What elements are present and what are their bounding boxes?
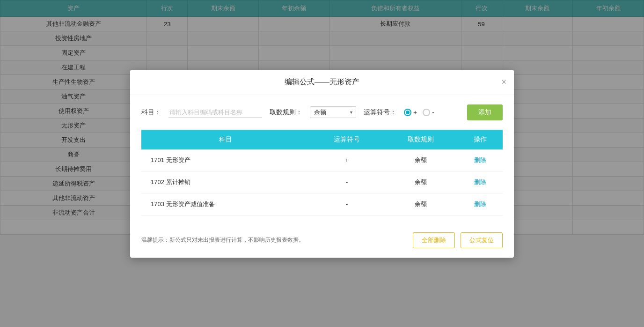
col-action: 操作 (458, 130, 503, 149)
modal-close-button[interactable]: × (501, 78, 506, 86)
form-row: 科目： 取数规则： 余额 借方发生额 贷方发生额 运算符号： + (141, 104, 503, 120)
formula-operator-cell: - (310, 171, 384, 193)
operator-radio-group: + - (404, 109, 434, 116)
footer-buttons: 全部删除 公式复位 (413, 232, 503, 248)
modal-dialog: 编辑公式——无形资产 × 科目： 取数规则： 余额 借方发生额 贷方发生额 运算… (130, 70, 514, 258)
formula-rule-cell: 余额 (384, 149, 458, 171)
rule-select[interactable]: 余额 借方发生额 贷方发生额 (310, 106, 356, 118)
operator-label: 运算符号： (364, 108, 396, 117)
formula-rule-cell: 余额 (384, 193, 458, 215)
operator-minus-radio[interactable] (423, 109, 430, 116)
rule-select-wrap: 余额 借方发生额 贷方发生额 (310, 106, 356, 118)
modal-header: 编辑公式——无形资产 × (130, 70, 514, 95)
delete-row-link[interactable]: 删除 (474, 178, 486, 186)
modal-body: 科目： 取数规则： 余额 借方发生额 贷方发生额 运算符号： + (130, 95, 514, 225)
delete-row-link[interactable]: 删除 (474, 201, 486, 208)
reset-formula-button[interactable]: 公式复位 (461, 232, 503, 248)
footer-tip: 温馨提示：新公式只对未出报表进行计算，不影响历史报表数据。 (141, 236, 304, 244)
formula-subject-cell: 1702 累计摊销 (141, 171, 310, 193)
formula-table-row: 1701 无形资产+余额删除 (141, 149, 503, 171)
modal-overlay: 编辑公式——无形资产 × 科目： 取数规则： 余额 借方发生额 贷方发生额 运算… (0, 0, 644, 327)
formula-action-cell: 删除 (458, 171, 503, 193)
col-subject: 科目 (141, 130, 310, 149)
operator-minus-label: - (432, 109, 434, 116)
formula-action-cell: 删除 (458, 193, 503, 215)
formula-table-header-row: 科目 运算符号 取数规则 操作 (141, 130, 503, 149)
delete-row-link[interactable]: 删除 (474, 156, 486, 164)
operator-plus-radio[interactable] (404, 109, 411, 116)
formula-table: 科目 运算符号 取数规则 操作 1701 无形资产+余额删除1702 累计摊销-… (141, 130, 503, 216)
formula-subject-cell: 1701 无形资产 (141, 149, 310, 171)
modal-footer: 温馨提示：新公式只对未出报表进行计算，不影响历史报表数据。 全部删除 公式复位 (130, 225, 514, 258)
operator-minus-item[interactable]: - (423, 109, 434, 116)
formula-table-row: 1702 累计摊销-余额删除 (141, 171, 503, 193)
formula-action-cell: 删除 (458, 149, 503, 171)
subject-input[interactable] (168, 107, 262, 118)
delete-all-button[interactable]: 全部删除 (413, 232, 455, 248)
formula-rule-cell: 余额 (384, 171, 458, 193)
operator-plus-item[interactable]: + (404, 109, 417, 116)
formula-subject-cell: 1703 无形资产减值准备 (141, 193, 310, 215)
modal-title: 编辑公式——无形资产 (285, 78, 359, 86)
operator-plus-label: + (413, 109, 417, 116)
formula-table-row: 1703 无形资产减值准备-余额删除 (141, 193, 503, 215)
col-operator: 运算符号 (310, 130, 384, 149)
subject-label: 科目： (141, 108, 161, 117)
formula-operator-cell: - (310, 193, 384, 215)
col-rule: 取数规则 (384, 130, 458, 149)
rule-label: 取数规则： (270, 108, 302, 117)
formula-operator-cell: + (310, 149, 384, 171)
add-button[interactable]: 添加 (467, 104, 503, 120)
